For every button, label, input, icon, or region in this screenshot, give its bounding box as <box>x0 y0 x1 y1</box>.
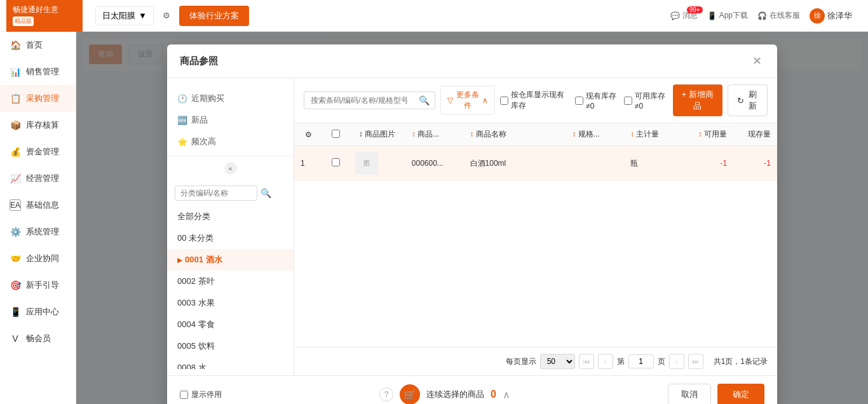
per-page-label: 每页显示 <box>506 356 536 367</box>
checkbox-available-stock-input[interactable] <box>624 97 632 105</box>
gear-icon[interactable]: ⚙ <box>160 10 173 22</box>
modal-toolbar: 🔍 ▽ 更多条件 ∧ 按仓库显示现有库存 <box>294 78 777 123</box>
category-0001[interactable]: ▶ 0001 酒水 <box>167 249 294 271</box>
col-code-sort[interactable]: ↕ <box>412 130 416 138</box>
sidebar-label-apps: 应用中心 <box>26 306 59 318</box>
chevron-up-icon: ∧ <box>482 96 488 105</box>
col-image-sort[interactable]: ↕ <box>359 130 363 138</box>
collapse-footer-icon[interactable]: ∧ <box>503 389 510 401</box>
sidebar-item-basics[interactable]: EA 基础信息 <box>0 192 76 219</box>
online-service-btn[interactable]: 🎧 在线客服 <box>757 10 800 21</box>
pagination: 每页显示 50 100 ⏮ ‹ 第 页 › ⏭ 共 <box>294 347 777 375</box>
product-search-input[interactable] <box>304 93 414 108</box>
cancel-button[interactable]: 取消 <box>668 384 711 404</box>
checkbox-warehouse-input[interactable] <box>500 97 508 105</box>
col-name-sort[interactable]: ↕ <box>470 130 474 138</box>
cart-icon[interactable]: 🛒 <box>400 384 420 404</box>
category-search-input[interactable] <box>175 185 257 201</box>
recent-buy-item[interactable]: 🕐 近期购买 <box>167 88 294 109</box>
guide-icon: 🎯 <box>10 279 21 291</box>
first-page-button[interactable]: ⏮ <box>579 354 594 369</box>
new-products-item[interactable]: 🆕 新品 <box>167 109 294 131</box>
checkbox-existing-stock-label: 现有库存≠0 <box>586 91 619 111</box>
modal-title: 商品参照 <box>180 55 218 67</box>
messages-btn[interactable]: 💬 消息 99+ <box>670 10 698 21</box>
category-0004[interactable]: 0004 零食 <box>167 314 294 335</box>
sidebar-label-member: 畅会员 <box>26 333 51 344</box>
col-spec-sort[interactable]: ↕ <box>572 130 576 138</box>
col-available-header: ↕ 可用量 <box>675 123 733 146</box>
apps-icon: 📱 <box>10 306 21 318</box>
page-number-input[interactable] <box>628 354 654 368</box>
nav-dropdown[interactable]: 日太阳膜 ▼ <box>95 6 154 25</box>
category-0005[interactable]: 0005 饮料 <box>167 335 294 357</box>
col-unit-sort[interactable]: ↕ <box>630 130 634 138</box>
checkbox-warehouse[interactable]: 按仓库显示现有库存 <box>500 90 570 111</box>
modal-body: 🕐 近期购买 🆕 新品 ⭐ 频次高 <box>167 78 777 375</box>
sidebar-item-guide[interactable]: 🎯 新手引导 <box>0 272 76 299</box>
sidebar-item-home[interactable]: 🏠 首页 <box>0 32 76 58</box>
refresh-button[interactable]: ↻ 刷新 <box>728 84 768 116</box>
prev-page-button[interactable]: ‹ <box>598 354 613 369</box>
show-disabled-input[interactable] <box>180 391 188 399</box>
product-search-button[interactable]: 🔍 <box>414 92 435 109</box>
nav-btn-experience[interactable]: 体验行业方案 <box>179 6 249 26</box>
modal-right-panel: 🔍 ▽ 更多条件 ∧ 按仓库显示现有库存 <box>294 78 777 375</box>
add-product-button[interactable]: + 新增商品 <box>673 84 723 116</box>
modal-overlay: 商品参照 ✕ 🕐 近期购买 🆕 <box>76 32 868 404</box>
refresh-label: 刷新 <box>747 89 758 112</box>
checkbox-existing-stock[interactable]: 现有库存≠0 <box>575 91 619 111</box>
col-available-sort[interactable]: ↕ <box>698 130 702 138</box>
row-name: 白酒100ml <box>464 146 566 181</box>
collapse-button[interactable]: « <box>224 162 237 175</box>
category-0002[interactable]: 0002 茶叶 <box>167 271 294 292</box>
app-download-btn[interactable]: 📱 App下载 <box>707 10 748 21</box>
sidebar-label-finance: 资金管理 <box>26 146 59 158</box>
category-0008[interactable]: 0008 水 <box>167 357 294 369</box>
member-icon: V <box>10 333 21 344</box>
modal-left-panel: 🕐 近期购买 🆕 新品 ⭐ 频次高 <box>167 78 294 375</box>
headset-icon: 🎧 <box>757 11 767 20</box>
category-all[interactable]: 全部分类 <box>167 206 294 227</box>
sidebar-item-finance[interactable]: 💰 资金管理 <box>0 138 76 165</box>
avatar: 徐 <box>810 8 825 24</box>
modal-close-button[interactable]: ✕ <box>749 53 764 69</box>
chevron-down-icon: ▼ <box>139 11 147 20</box>
table-row[interactable]: 1 图 000600... 白酒100ml <box>294 146 777 181</box>
category-label-0004: 0004 零食 <box>177 319 215 330</box>
row-spec <box>566 146 624 181</box>
page-word2: 页 <box>658 356 665 367</box>
select-all-checkbox[interactable] <box>332 130 340 138</box>
category-uncategorized[interactable]: 00 未分类 <box>167 227 294 249</box>
modal-header: 商品参照 ✕ <box>167 44 777 78</box>
next-page-button[interactable]: › <box>669 354 684 369</box>
sidebar-item-sales[interactable]: 📊 销售管理 <box>0 58 76 85</box>
category-label-0008: 0008 水 <box>177 362 207 369</box>
checkbox-existing-stock-input[interactable] <box>575 97 583 105</box>
sidebar-item-inventory[interactable]: 📦 库存核算 <box>0 112 76 138</box>
category-search-icon[interactable]: 🔍 <box>261 188 271 198</box>
main-content: 查询 设置 刷新 商品参照 ✕ <box>76 32 868 404</box>
sidebar-item-apps[interactable]: 📱 应用中心 <box>0 299 76 325</box>
freq-high-item[interactable]: ⭐ 频次高 <box>167 131 294 152</box>
show-disabled-checkbox[interactable]: 显示停用 <box>180 389 222 400</box>
sidebar-label-inventory: 库存核算 <box>26 119 59 131</box>
row-checkbox[interactable] <box>323 146 349 181</box>
confirm-button[interactable]: 确定 <box>717 384 764 404</box>
sidebar-item-purchase[interactable]: 📋 采购管理 <box>0 85 76 112</box>
category-0003[interactable]: 0003 水果 <box>167 292 294 314</box>
nav-right: 💬 消息 99+ 📱 App下载 🎧 在线客服 徐 徐泽华 <box>670 8 862 24</box>
col-settings[interactable]: ⚙ <box>294 123 323 146</box>
sidebar-label-home: 首页 <box>26 39 43 51</box>
sidebar-item-collab[interactable]: 🤝 企业协同 <box>0 245 76 272</box>
last-page-button[interactable]: ⏭ <box>688 354 703 369</box>
sidebar-item-member[interactable]: V 畅会员 <box>0 325 76 352</box>
help-icon[interactable]: ? <box>379 387 393 401</box>
per-page-select[interactable]: 50 100 <box>540 354 575 369</box>
checkbox-available-stock[interactable]: 可用库存≠0 <box>624 91 668 111</box>
more-filter-button[interactable]: ▽ 更多条件 ∧ <box>440 86 496 115</box>
sidebar-item-system[interactable]: ⚙️ 系统管理 <box>0 219 76 245</box>
user-area[interactable]: 徐 徐泽华 <box>810 8 852 24</box>
row-select-checkbox[interactable] <box>332 158 340 166</box>
sidebar-item-operations[interactable]: 📈 经营管理 <box>0 165 76 192</box>
